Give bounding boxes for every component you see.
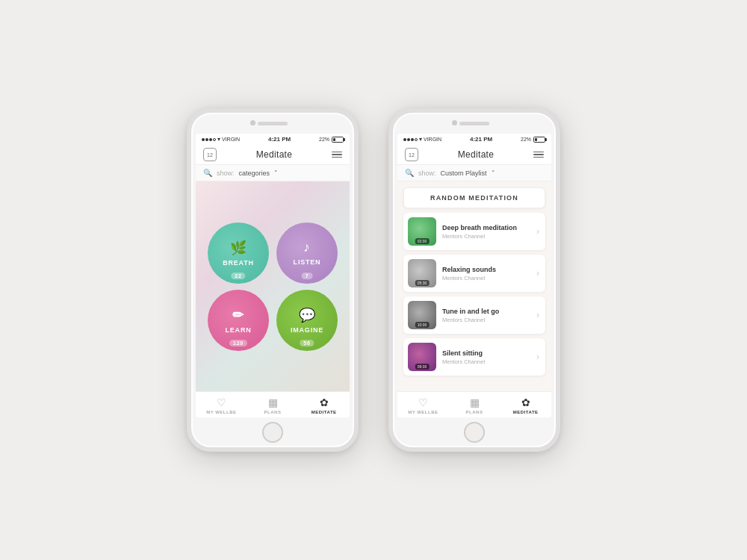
plans-label-1: PLANS	[264, 410, 282, 414]
battery-fill-2	[535, 138, 537, 141]
nav-badge-1[interactable]: 12	[203, 148, 217, 161]
tab-plans-1[interactable]: ▦ PLANS	[247, 396, 299, 414]
breath-icon: 🌿	[230, 240, 247, 256]
thumb-silent: 08:00	[408, 343, 436, 371]
nav-badge-2[interactable]: 12	[405, 148, 418, 161]
thumb-tune: 10:00	[408, 301, 436, 329]
plans-icon-1: ▦	[268, 396, 278, 408]
info-relaxing: Relaxing sounds Mentors Channel	[442, 266, 530, 281]
channel-relaxing: Mentors Channel	[442, 275, 530, 281]
category-listen[interactable]: ♪ LISTEN 7	[276, 223, 338, 284]
title-silent: Silent sitting	[442, 349, 530, 357]
category-learn[interactable]: ✏ LEARN 120	[208, 290, 269, 351]
listen-badge: 7	[302, 273, 313, 279]
breath-badge: 22	[231, 273, 245, 279]
hamburger-menu-2[interactable]	[533, 152, 544, 158]
title-deep-breath: Deep breath meditation	[442, 224, 530, 231]
show-label-2: show:	[418, 169, 436, 177]
tab-bar-2: ♡ MY WELLBE ▦ PLANS ✿ MEDITATE	[397, 391, 551, 417]
signal-dot-2	[205, 138, 208, 141]
duration-tune: 10:00	[415, 322, 430, 328]
info-silent: Silent sitting Mentors Channel	[442, 349, 530, 365]
nav-bar-1: 12 Meditate	[196, 144, 350, 165]
info-tune: Tune in and let go Mentors Channel	[442, 308, 530, 323]
wellbe-label-2: MY WELLBE	[408, 410, 438, 414]
plans-icon-2: ▦	[470, 396, 480, 408]
tab-meditate-1[interactable]: ✿ MEDITATE	[298, 396, 350, 414]
battery-percent-1: 22%	[319, 137, 329, 142]
cat-row-bottom: ✏ LEARN 120 💬 IMAGINE 56	[208, 290, 338, 351]
time-1: 4:21 PM	[268, 136, 291, 143]
learn-label: LEARN	[226, 326, 252, 334]
battery-fill-1	[333, 138, 335, 141]
tab-wellbe-1[interactable]: ♡ MY WELLBE	[196, 396, 247, 414]
signal-dot-2-1	[403, 138, 406, 141]
channel-deep-breath: Mentors Channel	[442, 233, 530, 240]
imagine-icon: 💬	[299, 307, 316, 323]
duration-silent: 08:00	[415, 364, 430, 370]
signal-dot-2-2	[407, 138, 410, 141]
phone-2: ▾ VIRGIN 4:21 PM 22% 12 Meditate	[388, 108, 560, 452]
meditation-item-silent[interactable]: 08:00 Silent sitting Mentors Channel ›	[403, 338, 545, 376]
wellbe-icon-1: ♡	[217, 396, 226, 408]
status-left-1: ▾ VIRGIN	[202, 136, 240, 143]
nav-title-1: Meditate	[256, 149, 292, 160]
search-icon-2[interactable]: 🔍	[405, 169, 414, 177]
meditation-item-tune[interactable]: 10:00 Tune in and let go Mentors Channel…	[403, 296, 545, 334]
info-deep-breath: Deep breath meditation Mentors Channel	[442, 224, 530, 240]
signal-dots-1	[202, 138, 216, 141]
meditation-item-deep-breath[interactable]: 02:00 Deep breath meditation Mentors Cha…	[403, 213, 545, 250]
thumb-deep-breath: 02:00	[408, 217, 436, 246]
status-bar-1: ▾ VIRGIN 4:21 PM 22%	[196, 134, 350, 144]
random-meditation-banner[interactable]: RANDOM MEDITATION	[403, 187, 545, 208]
learn-icon: ✏	[232, 307, 244, 323]
home-button-1[interactable]	[262, 422, 283, 443]
show-value-2[interactable]: Custom Playlist	[441, 169, 487, 177]
thumb-relaxing: 05:30	[408, 259, 436, 287]
search-bar-2: 🔍 show: Custom Playlist ˅	[397, 165, 551, 181]
wellbe-label-1: MY WELLBE	[206, 410, 236, 414]
phones-container: ▾ VIRGIN 4:21 PM 22% 12 Meditate	[187, 108, 560, 452]
nav-bar-2: 12 Meditate	[397, 144, 551, 165]
meditate-label-1: MEDITATE	[311, 410, 337, 414]
status-right-2: 22%	[521, 137, 545, 143]
wifi-icon-2: ▾	[419, 136, 422, 143]
battery-icon-2	[533, 137, 545, 143]
category-breath[interactable]: 🌿 BREATH 22	[208, 223, 269, 284]
cat-row-top: 🌿 BREATH 22 ♪ LISTEN 7	[208, 223, 338, 284]
tab-plans-2[interactable]: ▦ PLANS	[449, 396, 500, 414]
phone-1: ▾ VIRGIN 4:21 PM 22% 12 Meditate	[187, 108, 359, 452]
tab-bar-1: ♡ MY WELLBE ▦ PLANS ✿ MEDITATE	[196, 391, 350, 417]
playlist-content: RANDOM MEDITATION 02:00 Deep breath medi…	[397, 181, 551, 391]
nav-title-2: Meditate	[458, 149, 494, 160]
channel-silent: Mentors Channel	[442, 358, 530, 365]
meditation-item-relaxing[interactable]: 05:30 Relaxing sounds Mentors Channel ›	[403, 255, 545, 292]
listen-label: LISTEN	[294, 258, 321, 266]
chevron-1[interactable]: ˅	[274, 169, 278, 177]
plans-label-2: PLANS	[466, 410, 483, 414]
status-right-1: 22%	[319, 137, 344, 143]
breath-label: BREATH	[223, 259, 254, 267]
battery-icon-1	[332, 137, 344, 143]
title-relaxing: Relaxing sounds	[442, 266, 530, 273]
chevron-2[interactable]: ˅	[492, 169, 495, 177]
carrier-2: VIRGIN	[424, 137, 441, 142]
status-left-2: ▾ VIRGIN	[403, 136, 441, 143]
channel-tune: Mentors Channel	[442, 317, 530, 323]
duration-relaxing: 05:30	[415, 280, 430, 286]
tab-wellbe-2[interactable]: ♡ MY WELLBE	[397, 396, 449, 414]
show-value-1[interactable]: categories	[239, 169, 270, 177]
hamburger-menu-1[interactable]	[332, 152, 342, 158]
imagine-badge: 56	[300, 340, 314, 346]
learn-badge: 120	[229, 340, 247, 346]
phone-1-screen: ▾ VIRGIN 4:21 PM 22% 12 Meditate	[196, 134, 350, 417]
duration-deep-breath: 02:00	[415, 238, 430, 244]
search-icon-1[interactable]: 🔍	[203, 169, 212, 177]
category-imagine[interactable]: 💬 IMAGINE 56	[276, 290, 338, 351]
tab-meditate-2[interactable]: ✿ MEDITATE	[500, 396, 551, 414]
signal-dot-2-4	[415, 138, 418, 141]
chevron-deep-breath: ›	[536, 226, 539, 237]
meditate-label-2: MEDITATE	[513, 410, 539, 414]
home-button-2[interactable]	[464, 422, 485, 443]
carrier-1: VIRGIN	[222, 137, 240, 142]
